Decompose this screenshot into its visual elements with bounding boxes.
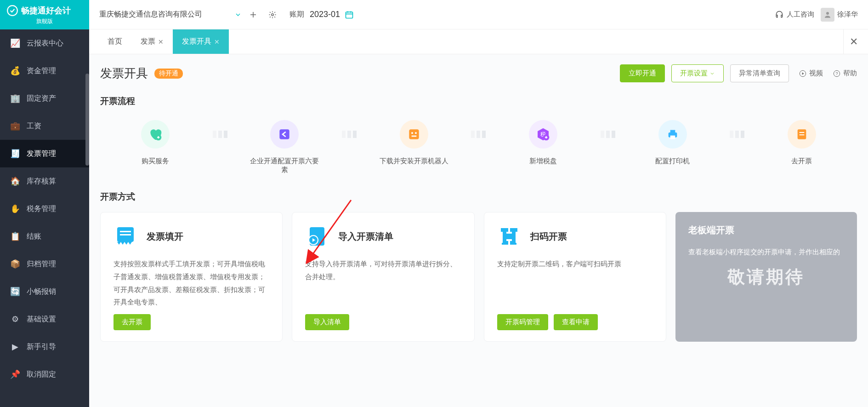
sidebar-item-11[interactable]: ▶新手引导 (0, 333, 89, 361)
page-title: 发票开具 (100, 65, 148, 81)
settings-button[interactable] (265, 7, 280, 23)
method-card-2[interactable]: 扫码开票 支持定制开票二维码，客户端可扫码开票 开票码管理查看申请 (484, 212, 666, 342)
card-desc: 支持导入待开票清单，可对待开票清单进行拆分、合并处理。 (305, 258, 461, 309)
step-icon (658, 120, 687, 149)
overlay-text: 敬请期待 (675, 212, 857, 342)
sidebar-item-5[interactable]: 🏠库存核算 (0, 167, 89, 195)
close-icon[interactable]: ✕ (214, 38, 220, 46)
step-arrow-icon (597, 120, 619, 149)
page-header: 发票开具 待开通 立即开通 开票设置 异常清单查询 视频 ? 帮助 (89, 54, 868, 88)
nav-label: 小畅报销 (27, 287, 56, 297)
logo-icon (6, 5, 18, 17)
card-action-0[interactable]: 导入清单 (305, 314, 349, 330)
nav-label: 取消固定 (27, 370, 56, 379)
nav-icon: 📦 (10, 259, 20, 269)
nav-icon: 💰 (10, 66, 20, 76)
company-name: 重庆畅捷交通信息咨询有限公司 (99, 10, 202, 19)
sidebar-item-8[interactable]: 📦归档管理 (0, 250, 89, 278)
invoice-settings-button[interactable]: 开票设置 (671, 64, 724, 82)
nav-icon: 📋 (10, 231, 20, 241)
sidebar-item-3[interactable]: 💼工资 (0, 112, 89, 140)
nav-icon: ⚙ (10, 314, 20, 324)
tab-2[interactable]: 发票开具✕ (173, 29, 229, 54)
top-header: 重庆畅捷交通信息咨询有限公司 账期 2023-01 (89, 0, 868, 29)
process-section-title: 开票流程 (100, 95, 857, 107)
method-card-1[interactable]: 导入开票清单 支持导入待开票清单，可对待开票清单进行拆分、合并处理。 导入清单 (292, 212, 474, 342)
nav-icon: 💼 (10, 121, 20, 131)
card-action-1[interactable]: 查看申请 (554, 314, 598, 330)
chevron-down-icon (234, 11, 242, 18)
chevron-down-icon (709, 71, 715, 76)
close-icon[interactable]: ✕ (158, 38, 164, 46)
card-icon (113, 224, 137, 248)
step-label: 配置打印机 (655, 157, 690, 166)
process-step-0[interactable]: 购买服务 (119, 120, 192, 166)
step-arrow-icon (338, 120, 360, 149)
methods-section-title: 开票方式 (100, 191, 857, 203)
nav-label: 云报表中心 (27, 39, 63, 48)
nav-label: 结账 (27, 232, 41, 241)
nav-label: 工资 (27, 121, 41, 131)
period-value: 2023-01 (310, 10, 340, 19)
support-link[interactable]: 人工咨询 (775, 10, 814, 19)
nav-icon: ✋ (10, 204, 20, 214)
method-card-0[interactable]: 发票填开 支持按照发票样式手工填开发票；可开具增值税电子普通发票、增值税普通发票… (100, 212, 283, 342)
process-step-3[interactable]: 税新增税盘 (506, 120, 580, 166)
svg-rect-20 (120, 231, 131, 232)
calendar-icon[interactable] (345, 10, 354, 19)
step-icon: 税 (529, 120, 557, 149)
svg-point-3 (826, 12, 829, 15)
nav-icon: 🧾 (10, 149, 20, 159)
nav-icon: 🔄 (10, 287, 20, 297)
card-title: 扫码开票 (530, 230, 567, 243)
card-action-0[interactable]: 开票码管理 (497, 314, 548, 330)
nav-label: 基础设置 (27, 315, 56, 324)
main: 重庆畅捷交通信息咨询有限公司 账期 2023-01 (89, 0, 868, 407)
tab-0[interactable]: 首页 (98, 29, 131, 54)
nav-icon: ▶ (10, 342, 20, 352)
process-step-5[interactable]: 去开票 (765, 120, 839, 166)
video-link[interactable]: 视频 (799, 69, 823, 78)
tab-1[interactable]: 发票✕ (131, 29, 173, 54)
step-arrow-icon (209, 120, 231, 149)
card-icon (497, 224, 521, 248)
card-title: 发票填开 (147, 230, 183, 243)
step-label: 下载并安装开票机器人 (380, 157, 448, 166)
sidebar-item-9[interactable]: 🔄小畅报销 (0, 278, 89, 305)
sidebar-item-6[interactable]: ✋税务管理 (0, 195, 89, 223)
process-step-4[interactable]: 配置打印机 (636, 120, 709, 166)
step-icon (141, 120, 170, 149)
close-all-tabs[interactable]: ✕ (843, 29, 863, 54)
sidebar: 畅捷通好会计 旗舰版 📈云报表中心💰资金管理🏢固定资产💼工资🧾发票管理🏠库存核算… (0, 0, 89, 407)
method-card-3: 老板端开票 查看老板端小程序提交的开票申请，并作出相应的 敬请期待 (675, 212, 857, 342)
svg-rect-2 (346, 12, 353, 18)
add-button[interactable] (245, 7, 261, 23)
step-icon (270, 120, 299, 149)
nav-icon: 📈 (10, 38, 20, 48)
sidebar-item-1[interactable]: 💰资金管理 (0, 57, 89, 85)
sidebar-item-0[interactable]: 📈云报表中心 (0, 29, 89, 57)
sidebar-item-7[interactable]: 📋结账 (0, 223, 89, 250)
sidebar-scrollbar[interactable] (85, 74, 89, 166)
help-link[interactable]: ? 帮助 (833, 69, 857, 78)
step-arrow-icon (467, 120, 489, 149)
step-label: 购买服务 (142, 157, 169, 166)
process-step-2[interactable]: 下载并安装开票机器人 (377, 120, 451, 166)
open-now-button[interactable]: 立即开通 (620, 64, 665, 82)
step-label: 企业开通配置开票六要素 (248, 157, 321, 174)
card-title: 导入开票清单 (338, 230, 393, 243)
card-action-0[interactable]: 去开票 (113, 314, 151, 330)
status-badge: 待开通 (154, 69, 183, 79)
abnormal-list-button[interactable]: 异常清单查询 (730, 64, 789, 82)
svg-rect-9 (409, 129, 419, 139)
process-step-1[interactable]: 企业开通配置开票六要素 (248, 120, 321, 174)
company-selector[interactable]: 重庆畅捷交通信息咨询有限公司 (99, 10, 242, 19)
nav-label: 资金管理 (27, 66, 56, 76)
sidebar-item-10[interactable]: ⚙基础设置 (0, 305, 89, 333)
card-desc: 支持按照发票样式手工填开发票；可开具增值税电子普通发票、增值税普通发票、增值税专… (113, 258, 269, 309)
sidebar-item-12[interactable]: 📌取消固定 (0, 361, 89, 388)
sidebar-item-4[interactable]: 🧾发票管理 (0, 140, 89, 167)
svg-rect-17 (670, 136, 675, 139)
sidebar-item-2[interactable]: 🏢固定资产 (0, 85, 89, 112)
user-menu[interactable]: 徐泽华 (821, 8, 858, 22)
